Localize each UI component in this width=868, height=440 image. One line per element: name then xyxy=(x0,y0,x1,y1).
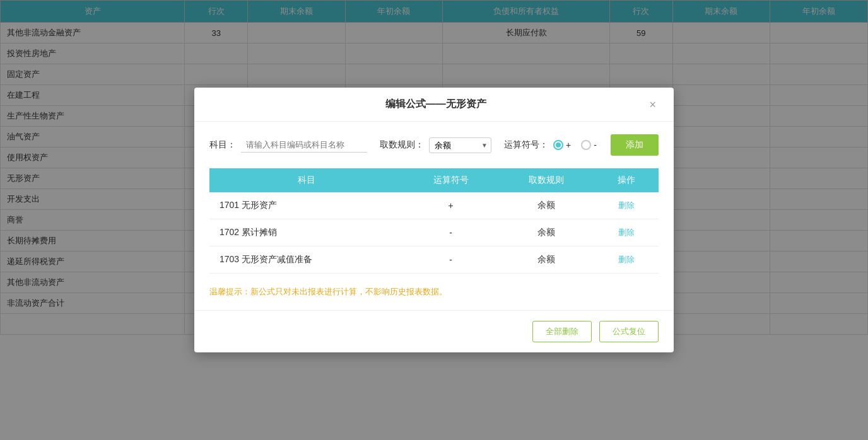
formula-table-header: 操作 xyxy=(594,168,659,192)
add-button[interactable]: 添加 xyxy=(611,134,659,156)
formula-table-header: 运算符号 xyxy=(403,168,498,192)
formula-table: 科目运算符号取数规则操作 1701 无形资产+余额删除1702 累计摊销-余额删… xyxy=(209,168,659,274)
radio-plus-label: + xyxy=(566,140,571,150)
radio-group: + - xyxy=(553,140,597,150)
operator-label: 运算符号： xyxy=(504,139,548,151)
radio-minus-circle xyxy=(581,140,591,150)
formula-table-row: 1701 无形资产+余额删除 xyxy=(209,192,659,219)
rule-select-wrap: 余额 借方 贷方 借方发生额 贷方发生额 ▼ xyxy=(429,137,491,153)
delete-all-button[interactable]: 全部删除 xyxy=(532,321,592,342)
formula-table-header: 取数规则 xyxy=(498,168,594,192)
operator-group: 运算符号： + - xyxy=(504,139,597,151)
formula-subject: 1703 无形资产减值准备 xyxy=(209,246,403,274)
formula-rule: 余额 xyxy=(498,192,594,219)
formula-operator: + xyxy=(403,192,498,219)
subject-input[interactable] xyxy=(241,137,367,153)
formula-rule: 余额 xyxy=(498,219,594,246)
delete-row-button[interactable]: 删除 xyxy=(618,200,635,211)
formula-table-header: 科目 xyxy=(209,168,403,192)
formula-action: 删除 xyxy=(594,246,659,274)
formula-operator: - xyxy=(403,246,498,274)
rule-group: 取数规则： 余额 借方 贷方 借方发生额 贷方发生额 ▼ xyxy=(380,137,491,153)
modal-header: 编辑公式——无形资产 × xyxy=(194,88,674,122)
formula-table-row: 1703 无形资产减值准备-余额删除 xyxy=(209,246,659,274)
subject-label: 科目： xyxy=(209,139,236,151)
formula-subject: 1702 累计摊销 xyxy=(209,219,403,246)
formula-action: 删除 xyxy=(594,192,659,219)
edit-formula-modal: 编辑公式——无形资产 × 科目： 取数规则： 余额 xyxy=(194,88,674,352)
modal-footer: 全部删除 公式复位 xyxy=(194,310,674,352)
form-row: 科目： 取数规则： 余额 借方 贷方 借方发生额 贷方发生额 xyxy=(209,134,659,156)
modal-title: 编辑公式——无形资产 xyxy=(225,98,647,111)
hint-text: 温馨提示：新公式只对未出报表进行计算，不影响历史报表数据。 xyxy=(209,286,659,298)
formula-rule: 余额 xyxy=(498,246,594,274)
radio-minus-label: - xyxy=(594,140,597,150)
radio-plus[interactable]: + xyxy=(553,140,571,150)
radio-minus[interactable]: - xyxy=(581,140,597,150)
formula-subject: 1701 无形资产 xyxy=(209,192,403,219)
radio-plus-circle xyxy=(553,140,563,150)
rule-label: 取数规则： xyxy=(380,139,424,151)
delete-row-button[interactable]: 删除 xyxy=(618,227,635,238)
formula-operator: - xyxy=(403,219,498,246)
close-button[interactable]: × xyxy=(647,99,659,110)
delete-row-button[interactable]: 删除 xyxy=(618,254,635,265)
modal-overlay: 编辑公式——无形资产 × 科目： 取数规则： 余额 xyxy=(0,0,868,440)
modal-body: 科目： 取数规则： 余额 借方 贷方 借方发生额 贷方发生额 xyxy=(194,122,674,310)
subject-group: 科目： xyxy=(209,137,367,153)
reset-formula-button[interactable]: 公式复位 xyxy=(599,321,659,342)
formula-table-row: 1702 累计摊销-余额删除 xyxy=(209,219,659,246)
formula-action: 删除 xyxy=(594,219,659,246)
page-container: 资产行次期末余额年初余额负债和所有者权益行次期末余额年初余额 其他非流动金融资产… xyxy=(0,0,868,440)
rule-select[interactable]: 余额 借方 贷方 借方发生额 贷方发生额 xyxy=(429,137,491,153)
